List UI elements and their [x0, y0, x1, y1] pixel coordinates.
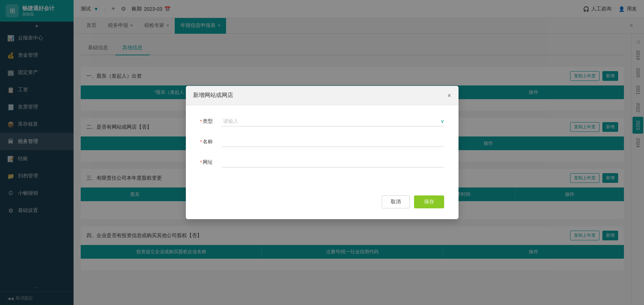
name-input[interactable]: [222, 137, 444, 147]
form-field-name: * 名称: [200, 137, 444, 147]
type-input-wrap: ∨: [222, 116, 444, 126]
name-label: * 名称: [200, 139, 222, 145]
type-dropdown-arrow[interactable]: ∨: [441, 118, 444, 124]
cancel-button[interactable]: 取消: [382, 195, 410, 208]
dialog-footer: 取消 保存: [186, 188, 459, 219]
dialog-close-button[interactable]: ×: [447, 92, 451, 99]
dialog-overlay: 新增网站或网店 × * 类型 ∨ * 名称: [0, 0, 644, 305]
dialog-body: * 类型 ∨ * 名称 *: [186, 105, 459, 188]
type-label: * 类型: [200, 118, 222, 125]
url-input-wrap: [222, 157, 444, 167]
url-label: * 网址: [200, 159, 222, 166]
type-input[interactable]: [222, 116, 441, 126]
name-input-wrap: [222, 137, 444, 147]
dialog-header: 新增网站或网店 ×: [186, 86, 459, 105]
save-button[interactable]: 保存: [414, 195, 444, 208]
form-field-url: * 网址: [200, 157, 444, 167]
form-field-type: * 类型 ∨: [200, 116, 444, 126]
add-website-dialog: 新增网站或网店 × * 类型 ∨ * 名称: [186, 86, 459, 219]
url-input[interactable]: [222, 157, 444, 167]
